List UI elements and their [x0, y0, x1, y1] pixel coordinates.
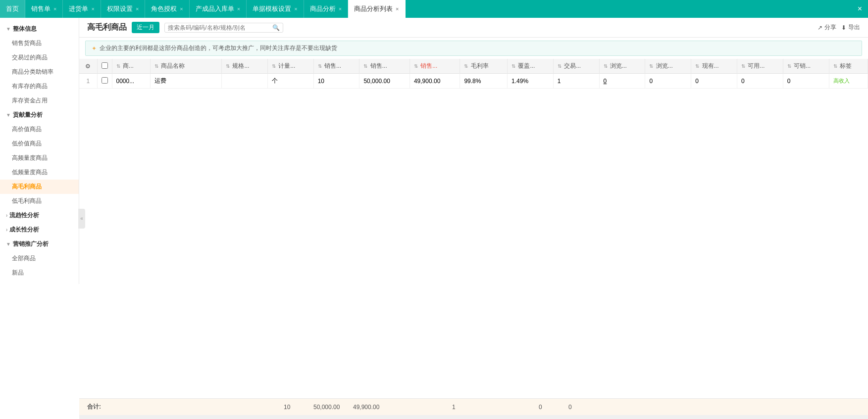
sidebar-group-marketing[interactable]: ▼ 营销推广分析 [0, 237, 79, 251]
nav-home[interactable]: 首页 [0, 0, 25, 18]
nav-analysis-list[interactable]: 商品分析列表 × [348, 0, 405, 18]
cell-unit: 个 [267, 74, 313, 89]
cell-sales-amount: 50,000.00 [359, 74, 409, 89]
close-roles-tab[interactable]: × [180, 6, 183, 12]
table-header-row: ⚙ ⇅ 商... ⇅ 商品名称 [79, 59, 868, 74]
sidebar-item-high-margin[interactable]: 高毛利商品 [0, 180, 79, 194]
col-spec[interactable]: ⇅ 规格... [222, 59, 268, 74]
nav-permissions[interactable]: 权限设置 × [101, 0, 145, 18]
settings-icon[interactable]: ⚙ [85, 63, 91, 70]
close-analysis-tab[interactable]: × [339, 6, 342, 12]
col-handle-current-stock: ⇅ [695, 63, 699, 69]
col-handle-sales-qty: ⇅ [318, 63, 322, 69]
col-available[interactable]: ⇅ 可用... [737, 59, 783, 74]
content-header: 高毛利商品 近一月 🔍 ↗ 分享 ⬇ 导出 [79, 18, 868, 38]
cell-margin-rate: 99.8% [460, 74, 508, 89]
search-icon[interactable]: 🔍 [272, 24, 280, 31]
col-trade[interactable]: ⇅ 交易... [553, 59, 599, 74]
col-handle-browse1: ⇅ [604, 63, 608, 69]
footer-cells: 10 50,000.00 49,900.00 1 0 [111, 404, 860, 411]
notice-icon: ✦ [92, 45, 97, 52]
col-code[interactable]: ⇅ 商... [112, 59, 150, 74]
header-actions: ↗ 分享 ⬇ 导出 [817, 23, 860, 32]
nav-products[interactable]: 产成品入库单 × [190, 0, 247, 18]
nav-sales[interactable]: 销售单 × [25, 0, 63, 18]
col-name[interactable]: ⇅ 商品名称 [150, 59, 221, 74]
arrow-treasure: ▼ [6, 112, 11, 118]
cell-browse1[interactable]: 0 [599, 74, 645, 89]
cell-sales-qty: 10 [313, 74, 359, 89]
nav-roles[interactable]: 角色授权 × [145, 0, 189, 18]
col-coverage[interactable]: ⇅ 覆盖... [508, 59, 554, 74]
share-icon: ↗ [817, 24, 822, 31]
close-products-tab[interactable]: × [237, 6, 240, 12]
cell-num: 1 [79, 74, 97, 89]
sidebar-item-traded-goods[interactable]: 交易过的商品 [0, 50, 79, 65]
nav-analysis[interactable]: 商品分析 × [304, 0, 348, 18]
col-unit[interactable]: ⇅ 计量... [267, 59, 313, 74]
sidebar-item-low-freq[interactable]: 低频量度商品 [0, 165, 79, 180]
col-sales-cost[interactable]: ⇅ 销售... [409, 59, 460, 74]
sidebar-item-low-value[interactable]: 低价值商品 [0, 137, 79, 151]
col-browse2[interactable]: ⇅ 浏览... [645, 59, 691, 74]
col-handle-saleable: ⇅ [787, 63, 791, 69]
col-current-stock[interactable]: ⇅ 现有... [691, 59, 737, 74]
sidebar-item-high-value[interactable]: 高价值商品 [0, 122, 79, 137]
nav-templates[interactable]: 单据模板设置 × [247, 0, 304, 18]
col-saleable[interactable]: ⇅ 可销... [783, 59, 829, 74]
window-close-button[interactable]: × [852, 4, 868, 13]
select-all-checkbox[interactable] [102, 62, 108, 69]
close-templates-tab[interactable]: × [294, 6, 297, 12]
col-handle-browse2: ⇅ [649, 63, 653, 69]
col-sales-amount[interactable]: ⇅ 销售... [359, 59, 409, 74]
filter-button[interactable]: 近一月 [132, 22, 159, 33]
cell-name: 运费 [150, 74, 221, 89]
col-handle-code: ⇅ [116, 63, 120, 69]
footer-cell-unit [253, 404, 280, 411]
sidebar-item-high-freq[interactable]: 高频量度商品 [0, 151, 79, 165]
share-button[interactable]: ↗ 分享 [817, 23, 836, 32]
sidebar-item-all-goods[interactable]: 全部商品 [0, 251, 79, 266]
sidebar-item-category-help[interactable]: 商品分类助销率 [0, 65, 79, 79]
sidebar-group-growth[interactable]: › 成长性分析 [0, 223, 79, 237]
col-tag[interactable]: ⇅ 标签 [829, 59, 868, 74]
sidebar-item-inventory-ratio[interactable]: 库存资金占用 [0, 93, 79, 108]
close-permissions-tab[interactable]: × [136, 6, 139, 12]
close-analysis-list-tab[interactable]: × [396, 6, 399, 12]
search-input[interactable] [168, 24, 272, 31]
sidebar-group-overall[interactable]: ▼ 整体信息 [0, 22, 79, 36]
bottom-scrollbar[interactable] [79, 415, 868, 419]
col-handle-name: ⇅ [154, 63, 158, 69]
export-button[interactable]: ⬇ 导出 [841, 23, 860, 32]
col-handle-trade: ⇅ [558, 63, 562, 69]
col-sales-qty[interactable]: ⇅ 销售... [313, 59, 359, 74]
sidebar-item-stocked-goods[interactable]: 有库存的商品 [0, 79, 79, 93]
footer-cell-sales-qty: 10 [280, 404, 309, 411]
row-checkbox[interactable] [102, 77, 108, 84]
main-layout: ▼ 整体信息 销售货商品 交易过的商品 商品分类助销率 有库存的商品 库存资金占… [0, 18, 868, 419]
cell-code: 0000... [112, 74, 150, 89]
footer-cell-margin-rate [389, 404, 418, 411]
sidebar-collapse-button[interactable]: « [78, 209, 85, 229]
close-purchase-tab[interactable]: × [91, 6, 94, 12]
footer-cell-trade: 1 [448, 404, 475, 411]
sidebar-item-sales-goods[interactable]: 销售货商品 [0, 36, 79, 50]
sidebar-group-treasure[interactable]: ▼ 贡献量分析 [0, 108, 79, 122]
sidebar-item-low-margin[interactable]: 低毛利商品 [0, 194, 79, 208]
footer-cell-current-stock: 0 [535, 404, 564, 411]
sidebar-item-new-goods[interactable]: 新品 [0, 266, 79, 280]
notice-text: 企业的主要的利润都是这部分商品创造的，可考虑加大推广，同时关注库存是不要出现缺货 [100, 44, 337, 52]
col-settings[interactable]: ⚙ [79, 59, 97, 74]
arrow-marketing: ▼ [6, 241, 11, 247]
sidebar-group-trend[interactable]: › 流趋性分析 [0, 208, 79, 223]
col-margin-rate[interactable]: ⇅ 毛利率 [460, 59, 508, 74]
col-handle-sales-amount: ⇅ [363, 63, 367, 69]
nav-purchase[interactable]: 进货单 × [63, 0, 101, 18]
col-handle-tag: ⇅ [833, 63, 837, 69]
footer-total: 合计: 10 50,000.00 49,900.00 [79, 398, 868, 415]
content-area: 高毛利商品 近一月 🔍 ↗ 分享 ⬇ 导出 ✦ 企业的主要的利润都是这部分商品创… [79, 18, 868, 419]
col-browse1[interactable]: ⇅ 浏览... [599, 59, 645, 74]
close-sales-tab[interactable]: × [53, 6, 56, 12]
cell-checkbox[interactable] [97, 74, 112, 89]
col-handle-sales-cost: ⇅ [414, 63, 418, 69]
